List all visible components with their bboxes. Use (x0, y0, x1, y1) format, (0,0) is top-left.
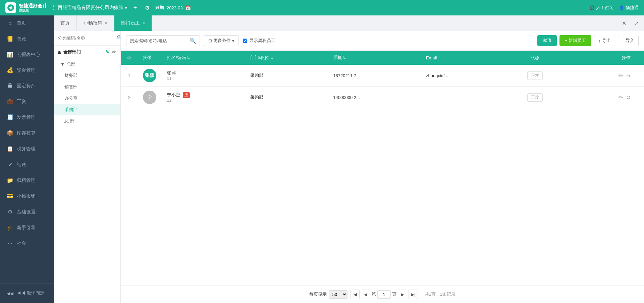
total-info: 共1页，2条记录 (425, 291, 455, 297)
mobile-cell: 18720211 7... (328, 65, 421, 87)
dept-search-icon[interactable]: 🔍 (117, 35, 121, 41)
employee-code: 12 (167, 98, 239, 103)
sidebar-item-invoice[interactable]: 🧾 发票管理 (0, 109, 54, 125)
chevron-down-icon: ▾ (232, 38, 234, 43)
sidebar-item-label: 首页 (17, 20, 26, 26)
delete-icon[interactable]: ↺ (626, 94, 631, 101)
status-badge: 正常 (527, 93, 543, 102)
sidebar-item-ledger[interactable]: 📒 总账 (0, 31, 54, 47)
dept-item-label: 销售部 (64, 84, 77, 90)
page-label: 页 (392, 291, 396, 297)
tab-expand-button[interactable]: ⤢ (631, 18, 641, 28)
dept-all-header[interactable]: ⊞ 全部部门 ✎ ≪ (54, 46, 120, 58)
top-header: 畅 畅捷通好会计 旗舰版 江西服宝精品有限责任公司内账张 ▾ + ⚙ 账期 20… (0, 0, 644, 15)
logout-icon[interactable]: ↪ (626, 72, 631, 79)
col-settings[interactable]: ⚙ (121, 51, 138, 65)
table-header: ⚙ 头像 姓名/编码 部门/职位 手机 Email 状态 操作 (121, 51, 644, 65)
actions-cell: ✏ ↪ (568, 65, 644, 87)
first-page-button[interactable]: |◀ (350, 290, 360, 299)
export-button[interactable]: ↑ 导出 (594, 35, 615, 46)
show-resigned-label[interactable]: 显示离职员工 (243, 38, 275, 44)
tab-department-label: 部门员工 (121, 20, 140, 26)
add-button-top[interactable]: + (131, 4, 139, 12)
archive-icon: 📁 (7, 177, 13, 184)
sidebar-item-checkout[interactable]: ✔ 结账 (0, 157, 54, 172)
sidebar-item-tax[interactable]: 📋 税务管理 (0, 141, 54, 157)
sidebar-item-more[interactable]: ··· 社会 (0, 236, 54, 251)
sidebar-item-label: 库存核算 (17, 130, 36, 136)
sidebar-item-home[interactable]: ⌂ 首页 (0, 15, 54, 31)
invite-button[interactable]: 邀请 (537, 35, 557, 46)
dept-edit-icon[interactable]: ✎ (105, 49, 109, 55)
page-number-input[interactable] (377, 290, 391, 299)
sidebar-item-salary[interactable]: 💼 工资 (0, 94, 54, 109)
sidebar-item-inventory[interactable]: 📦 库存核算 (0, 125, 54, 141)
col-name-code[interactable]: 姓名/编码 (162, 51, 245, 65)
next-page-button[interactable]: ▶ (398, 290, 407, 299)
page-size-select: 每页显示 10 20 50 100 (309, 290, 347, 299)
col-dept-position[interactable]: 部门/职位 (245, 51, 328, 65)
dept-item-general[interactable]: 总 部 (54, 115, 120, 127)
tab-close-all-button[interactable]: ✕ (619, 18, 629, 28)
sidebar-item-archive[interactable]: 📁 归档管理 (0, 172, 54, 188)
table-row: 2 宁 宁小壹 应 12 (121, 87, 644, 108)
user-icon: 👤 (619, 5, 624, 10)
row-num: 2 (121, 87, 138, 108)
add-employee-button[interactable]: + 新增员工 (559, 35, 591, 46)
page-nav: |◀ ◀ 第 页 ▶ ▶| (350, 290, 418, 299)
settings-button-top[interactable]: ⚙ (143, 4, 151, 12)
ledger-icon: 📒 (7, 36, 13, 42)
period-area: 账期 2023-03 📅 (155, 5, 191, 11)
sidebar-item-reports[interactable]: 📊 云报表中心 (0, 47, 54, 62)
dept-item-purchase[interactable]: 采购部 (54, 104, 120, 115)
svg-text:畅: 畅 (9, 6, 12, 10)
employee-search-input[interactable] (130, 38, 187, 43)
sidebar-item-funds[interactable]: 💰 资金管理 (0, 62, 54, 78)
company-selector[interactable]: 江西服宝精品有限责任公司内账张 ▾ (53, 5, 127, 11)
tab-department-close[interactable]: × (143, 21, 145, 26)
unpin-button[interactable]: ◀◀ ◀◀ 取消固定 (0, 287, 54, 300)
filter-button[interactable]: ⊟ 更多条件 ▾ (204, 35, 239, 46)
dept-item-office[interactable]: 办公室 (54, 93, 120, 104)
calendar-icon[interactable]: 📅 (185, 5, 191, 10)
tab-department[interactable]: 部门员工 × (114, 15, 152, 31)
sidebar-item-assets[interactable]: 🏛 固定资产 (0, 78, 54, 94)
main-layout: ⌂ 首页 📒 总账 📊 云报表中心 💰 资金管理 🏛 固定资产 💼 工资 🧾 发… (0, 15, 644, 303)
dept-item-label: 办公室 (64, 95, 77, 101)
support-button[interactable]: 🎧 人工咨询 (589, 5, 613, 11)
dept-search-input[interactable] (58, 36, 114, 41)
tab-expense-close[interactable]: × (105, 21, 107, 26)
user-button[interactable]: 👤 畅捷通 (619, 5, 639, 11)
col-mobile[interactable]: 手机 (328, 51, 421, 65)
edit-icon[interactable]: ✏ (619, 94, 623, 101)
search-icon[interactable]: 🔍 (190, 38, 196, 44)
name-code-cell: 宁小壹 应 12 (162, 87, 245, 108)
prev-page-button[interactable]: ◀ (361, 290, 370, 299)
dept-item-hq[interactable]: ▼ 总部 (54, 58, 120, 70)
show-resigned-checkbox[interactable] (243, 39, 247, 43)
import-button[interactable]: ↓ 导入 (618, 35, 639, 46)
dept-expand-icon: ▼ (60, 62, 65, 67)
dept-search-area: 🔍 (54, 31, 120, 46)
tab-expense[interactable]: 小畅报销 × (77, 15, 114, 31)
row-num: 1 (121, 65, 138, 87)
avatar: 宁 (143, 91, 156, 104)
dept-item-sales[interactable]: 销售部 (54, 81, 120, 93)
logo-icon: 畅 (5, 2, 16, 13)
dept-item-label: 采购部 (64, 107, 77, 113)
tab-home[interactable]: 首页 (54, 15, 77, 31)
sidebar-item-expense[interactable]: 💳 小畅报销 (0, 188, 54, 204)
edit-icon[interactable]: ✏ (619, 72, 623, 79)
home-icon: ⌂ (7, 20, 13, 26)
employee-code: 11 (167, 76, 239, 81)
tabs-bar: 首页 小畅报销 × 部门员工 × ✕ ⤢ (54, 15, 644, 31)
expense-icon: 💳 (7, 193, 13, 199)
sidebar-item-settings[interactable]: ⚙ 基础设置 (0, 204, 54, 220)
dept-item-finance[interactable]: 财务部 (54, 70, 120, 81)
sidebar-item-guide[interactable]: 🎓 新手引导 (0, 220, 54, 236)
page-size-dropdown[interactable]: 10 20 50 100 (329, 290, 347, 299)
last-page-button[interactable]: ▶| (409, 290, 418, 299)
dept-collapse-icon[interactable]: ≪ (111, 49, 116, 55)
avatar: 张熙 (143, 69, 156, 82)
unpin-icon: ◀◀ (7, 291, 13, 296)
